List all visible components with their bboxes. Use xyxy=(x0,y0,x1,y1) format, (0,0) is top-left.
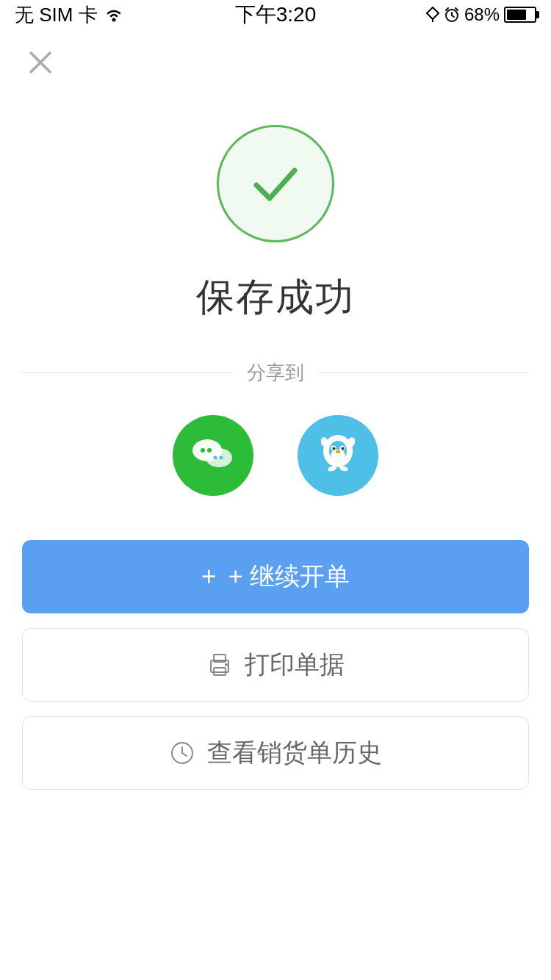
location-icon xyxy=(426,7,439,23)
continue-button[interactable]: + + 继续开单 xyxy=(22,540,529,613)
print-icon xyxy=(206,652,233,678)
qq-icon xyxy=(316,430,360,480)
share-label: 分享到 xyxy=(247,360,304,386)
svg-point-25 xyxy=(225,663,228,666)
divider-left xyxy=(22,372,232,373)
status-time: 下午3:20 xyxy=(235,1,317,29)
svg-point-0 xyxy=(112,18,115,22)
close-button[interactable] xyxy=(22,44,59,81)
continue-icon: + xyxy=(201,561,217,592)
svg-point-15 xyxy=(333,447,336,450)
close-button-row xyxy=(22,44,529,81)
svg-point-6 xyxy=(201,448,205,453)
svg-point-8 xyxy=(214,456,217,460)
divider-right xyxy=(319,372,529,373)
battery-percent: 68% xyxy=(464,4,500,25)
history-label: 查看销货单历史 xyxy=(207,736,382,770)
svg-point-17 xyxy=(336,450,340,453)
success-circle xyxy=(217,125,334,242)
status-bar: 无 SIM 卡 下午3:20 68% xyxy=(0,0,551,29)
svg-point-16 xyxy=(342,447,345,450)
svg-point-9 xyxy=(220,456,223,460)
continue-label: + 继续开单 xyxy=(228,560,350,594)
wechat-icon xyxy=(190,436,237,475)
close-icon xyxy=(28,50,53,75)
share-icons-row xyxy=(173,415,378,496)
success-title: 保存成功 xyxy=(196,272,355,323)
history-button[interactable]: 查看销货单历史 xyxy=(22,716,529,790)
share-divider: 分享到 xyxy=(22,360,529,386)
history-icon xyxy=(169,740,195,766)
checkmark-icon xyxy=(246,154,305,213)
status-right: 68% xyxy=(426,4,536,25)
wechat-share-button[interactable] xyxy=(173,415,253,496)
battery-icon xyxy=(504,7,536,23)
alarm-icon xyxy=(444,7,460,23)
qq-share-button[interactable] xyxy=(298,415,378,496)
main-content: 保存成功 分享到 xyxy=(0,29,551,980)
status-left: 无 SIM 卡 xyxy=(15,2,124,28)
wifi-icon xyxy=(104,7,124,22)
print-label: 打印单据 xyxy=(245,648,345,682)
print-button[interactable]: 打印单据 xyxy=(22,628,529,702)
svg-point-7 xyxy=(207,448,212,453)
sim-label: 无 SIM 卡 xyxy=(15,2,98,28)
action-buttons: + + 继续开单 打印单据 查看销货单历史 xyxy=(22,540,529,790)
